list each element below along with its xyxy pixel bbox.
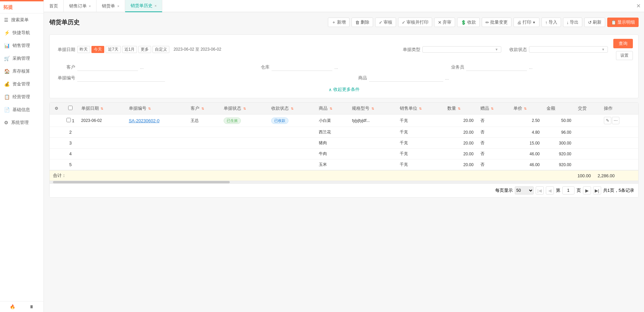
settings-cell: [50, 149, 63, 159]
warehouse-input[interactable]: [272, 63, 332, 71]
col-gift[interactable]: 赠品 ⇅: [477, 103, 510, 114]
tab-sales-history[interactable]: 销货单历史 ×: [125, 0, 162, 12]
sidebar-item-sales-mgmt[interactable]: 📊 销售管理: [0, 39, 44, 52]
close-sales-goods-tab[interactable]: ×: [117, 4, 119, 8]
warehouse-dots[interactable]: ...: [334, 65, 338, 70]
row-checkbox[interactable]: [66, 118, 71, 122]
col-doc-status[interactable]: 单据状态 ⇅: [220, 103, 268, 114]
staff-input[interactable]: [466, 63, 527, 71]
horizontal-scrollbar[interactable]: [50, 181, 638, 183]
abandon-button[interactable]: ✕ 弃审: [434, 18, 455, 27]
check-cell: 3: [63, 138, 78, 149]
more-op-button[interactable]: ⋯: [612, 117, 619, 124]
doc-type-select[interactable]: ▼: [422, 46, 501, 53]
col-spec[interactable]: 规格型号 ⇅: [348, 103, 396, 114]
show-detail-button[interactable]: 📋 显示明细: [607, 18, 639, 27]
query-button[interactable]: 查询: [613, 39, 633, 48]
sidebar-item-label: 基础信息: [12, 107, 30, 113]
trade-cell: [575, 127, 600, 138]
col-pay-status[interactable]: 收款状态 ⇅: [268, 103, 315, 114]
staff-dots[interactable]: ...: [529, 65, 533, 70]
customer-cell: [187, 149, 220, 159]
collect-button[interactable]: 💲 收款: [457, 18, 480, 27]
filter-warehouse: 仓库 ...: [249, 63, 438, 71]
sidebar-item-search-menu[interactable]: ☰ 搜索菜单: [0, 14, 44, 26]
review-print-button[interactable]: ✓ 审核并打印: [398, 18, 432, 27]
close-sales-history-tab[interactable]: ×: [155, 4, 157, 8]
customer-input[interactable]: [77, 63, 138, 71]
op-cell: [600, 127, 639, 138]
fire-icon[interactable]: 🔥: [10, 304, 15, 309]
tab-home[interactable]: 首页: [44, 0, 64, 12]
sidebar-item-purchase-mgmt[interactable]: 🛒 采购管理: [0, 52, 44, 65]
unit-cell: 千克: [396, 114, 444, 127]
sidebar-item-quick-nav[interactable]: ⚡ 快捷导航: [0, 26, 44, 39]
payment-status-select[interactable]: ▼: [529, 46, 608, 53]
table-row: 2 西兰花 千克 20.00 否 4.80 96.00: [50, 127, 638, 138]
pay-status-cell: [268, 127, 315, 138]
col-settings[interactable]: ⚙: [50, 103, 63, 114]
col-price[interactable]: 单价 ⇅: [510, 103, 543, 114]
row-num: 5: [69, 162, 72, 167]
sort-spec-icon: ⇅: [371, 107, 374, 110]
pay-status-cell: [268, 138, 315, 149]
review-button[interactable]: ✓ 审核: [375, 18, 396, 27]
first-page-button[interactable]: |◀: [536, 186, 544, 194]
goods-dots[interactable]: ...: [445, 76, 449, 81]
setting-button[interactable]: 设置: [616, 51, 633, 60]
sidebar-item-label: 销售管理: [12, 43, 30, 49]
customer-dots[interactable]: ...: [140, 65, 144, 70]
tabbar-close-all[interactable]: ✕: [636, 3, 644, 9]
review-label: 审核: [384, 19, 392, 25]
sales-mgmt-icon: 📊: [4, 43, 10, 48]
last-page-button[interactable]: ▶|: [593, 186, 601, 194]
date-btn-more[interactable]: 更多: [138, 46, 151, 53]
date-btn-today[interactable]: 今天: [91, 46, 104, 53]
qty-cell: 20.00: [444, 159, 477, 170]
tab-sales-order[interactable]: 销售订单 ×: [64, 0, 96, 12]
date-btn-yesterday[interactable]: 昨天: [77, 46, 90, 53]
table-row: 3 猪肉 千克 20.00 否 15.00 300.00: [50, 138, 638, 149]
pause-icon[interactable]: ⏸: [29, 304, 34, 309]
prev-page-button[interactable]: ◀: [546, 186, 554, 194]
doc-no-cell: [125, 159, 188, 170]
col-doc-no[interactable]: 单据编号 ⇅: [125, 103, 188, 114]
amount-cell: 920.00: [543, 149, 575, 159]
print-button[interactable]: 🖨 打印 ▼: [513, 18, 539, 27]
tab-sales-goods[interactable]: 销货单 ×: [96, 0, 125, 12]
sidebar-item-basic-info[interactable]: 📄 基础信息: [0, 103, 44, 116]
date-btn-custom[interactable]: 自定义: [152, 46, 169, 53]
sidebar-item-label: 系统管理: [11, 120, 29, 126]
select-all-checkbox[interactable]: [68, 106, 73, 110]
sidebar-item-ops-mgmt[interactable]: 📋 经营管理: [0, 90, 44, 103]
doc-no-input[interactable]: [77, 74, 165, 82]
new-button[interactable]: ＋ 新增: [328, 18, 349, 27]
sidebar-item-finance-mgmt[interactable]: 💰 资金管理: [0, 78, 44, 90]
refresh-label: 刷新: [593, 19, 601, 25]
spec-cell: tyjyjtyjdf...: [348, 114, 396, 127]
close-sales-order-tab[interactable]: ×: [89, 4, 91, 8]
batch-change-button[interactable]: ✏ 批量变更: [482, 18, 511, 27]
export-button[interactable]: ↓ 导出: [563, 18, 583, 27]
edit-op-button[interactable]: ✎: [604, 117, 611, 124]
doc-no-link[interactable]: SA-20230602-0: [129, 118, 160, 123]
collapse-button[interactable]: ∧ 收起更多条件: [55, 85, 633, 94]
goods-input[interactable]: [369, 74, 443, 82]
next-page-button[interactable]: ▶: [583, 186, 591, 194]
col-unit[interactable]: 销售单位 ⇅: [396, 103, 444, 114]
delete-button[interactable]: 🗑 删除: [352, 18, 373, 27]
per-page-select[interactable]: 50 100: [515, 186, 534, 194]
staff-label: 业务员: [444, 64, 464, 70]
refresh-button[interactable]: ↺ 刷新: [584, 18, 605, 27]
date-btn-week7[interactable]: 近7天: [106, 46, 121, 53]
col-qty[interactable]: 数量 ⇅: [444, 103, 477, 114]
page-input[interactable]: [562, 186, 575, 194]
col-goods[interactable]: 商品 ⇅: [315, 103, 348, 114]
sidebar-item-inventory[interactable]: 🏠 库存核算: [0, 65, 44, 78]
col-customer[interactable]: 客户 ⇅: [187, 103, 220, 114]
import-button[interactable]: ↑ 导入: [541, 18, 561, 27]
date-btn-month1[interactable]: 近1月: [122, 46, 137, 53]
price-cell: 4.80: [510, 127, 543, 138]
sidebar-item-sys-mgmt[interactable]: ⚙ 系统管理: [0, 116, 44, 129]
col-date[interactable]: 单据日期 ⇅: [78, 103, 125, 114]
